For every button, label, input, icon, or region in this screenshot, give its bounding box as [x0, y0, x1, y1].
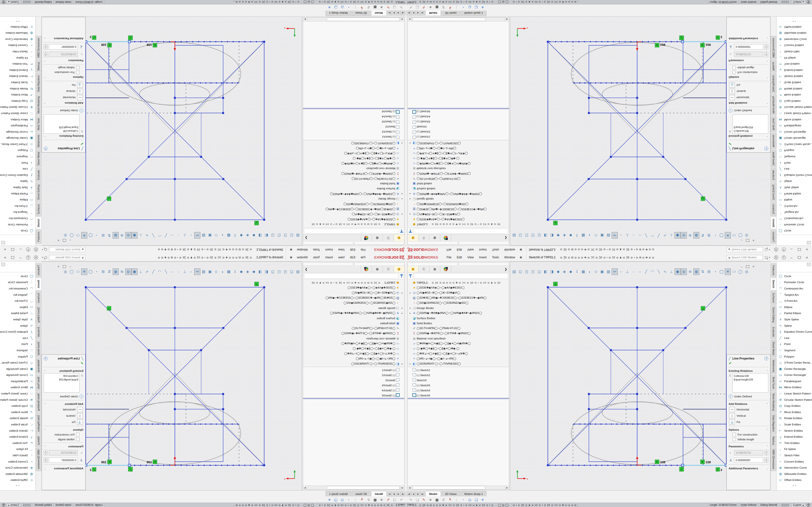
featuremanager-tab[interactable]: ⬢	[408, 235, 418, 241]
palette-tool[interactable]: ▭ Corner Rectangle	[776, 372, 812, 378]
tree-item[interactable]: ▱ ◯✤ИN◉ℓ+◯✳◉∥◯∘◯∥◉✳◯+ℓ◉ИN✤◯	[303, 341, 404, 346]
sketch-list-item[interactable]: (-) Sketch5	[408, 119, 509, 124]
parameter-field[interactable]: 10.88152731	[49, 450, 78, 455]
user-account-button[interactable]	[33, 255, 40, 260]
scroll-thumb[interactable]	[327, 18, 400, 21]
menu-item[interactable]: Edit	[454, 247, 465, 252]
commandmanager-tab[interactable]: Surfaces	[36, 202, 42, 216]
palette-tool[interactable]: ◯ Circle	[776, 273, 812, 279]
commandmanager-tab[interactable]: Sheet Metal	[36, 150, 42, 167]
tree-item[interactable]: ★ ◯2Ƨ3Ε✤◉ΛA◈◯∘◯◈AΛ◉✤Ε3Ƨ2◯	[303, 285, 404, 290]
bottom-toolbar-icon[interactable]: ❏	[333, 5, 339, 10]
tab-nav-button[interactable]: |◀	[406, 11, 411, 15]
tree-item[interactable]: A ◯2ƧИN◉∘✤A✤◉ИNΛ◯∘◯ΛИN◉✤A✤∘◉ИNƧ2◯	[303, 311, 404, 316]
add-relation-button[interactable]: ⚓ Fix	[727, 82, 770, 88]
spinner[interactable]: ▲▼	[44, 52, 48, 57]
display-style-selector[interactable]: Custom ▴	[6, 503, 21, 507]
palette-tool[interactable]: ⊗ Intersection Curve	[776, 36, 812, 43]
palette-tool[interactable]: ↗ Move Entities	[776, 92, 812, 98]
tree-filter-input[interactable]	[413, 274, 508, 278]
palette-tool[interactable]: ◍ Silhouette Entities	[776, 471, 812, 477]
tree-item[interactable]: ⌖ ◯ИN∘⊿∘ℓ◉◯∘◯◉ℓ∘⊿∘ИN◯	[408, 146, 509, 151]
palette-tool[interactable]: ◇ 3 Point Center Recta...	[776, 359, 812, 366]
palette-tool[interactable]: ✂ Trim Entities	[0, 440, 36, 446]
tree-item[interactable]: ◍ Material <not specified>	[303, 336, 404, 341]
tab-strip-expand-arrow[interactable]: ❯	[503, 266, 509, 272]
palette-tool[interactable]: ⊡ Copy Entities	[776, 403, 812, 409]
bottom-toolbar-icon[interactable]: ❏	[414, 497, 420, 502]
commandmanager-tab[interactable]: MBD Dimensions	[36, 448, 42, 471]
tree-item[interactable]: ❏ Design Binder	[303, 305, 404, 311]
tree-item[interactable]: ⌖ ◯ИN∘⊿∘ℓ◉◯∘◯◉ℓ∘⊿∘ИN◯	[408, 356, 509, 361]
relation-tag-slash[interactable]: ╱	[679, 36, 684, 40]
commandmanager-tab[interactable]: Mold Tools	[770, 375, 776, 391]
displaymanager-tab[interactable]	[361, 235, 372, 241]
tab-nav-button[interactable]: |◀	[401, 492, 406, 496]
commandmanager-tab[interactable]: Mesh Modeling	[770, 392, 776, 412]
palette-tool[interactable]: ⌐ Convert Entities	[0, 43, 36, 49]
spinner[interactable]: ▲▼	[764, 450, 768, 455]
commandmanager-tab[interactable]: Features	[770, 264, 776, 277]
sketch-list-item[interactable]: (-) Sketch4	[408, 388, 509, 393]
tree-item[interactable]: ▥ ◯2Ƨ✤3Ε◯ИN◉∘✤Ɔ3ΕⅡΕ2Ƨ◯∘◯Ƨ2ΕⅡΕ3Ɔ✤∘◉ИN◯	[303, 207, 404, 212]
relation-entry[interactable]: Collinear108	[45, 129, 78, 133]
tree-item[interactable]: ▣ Solid Bodies	[303, 321, 404, 326]
section-add-relations[interactable]: Add Relations ⌃	[42, 401, 85, 406]
expander-icon[interactable]	[409, 292, 412, 294]
bottom-toolbar-icon[interactable]: ✳	[326, 497, 332, 502]
relation-entry[interactable]: Collinear108	[734, 129, 767, 133]
palette-tool[interactable]: ƒ Equation Driven Curve	[776, 172, 812, 178]
relation-tag-collinear-top[interactable]: ⊿	[254, 221, 259, 225]
relation-tag-onedge[interactable]: ╱ 3	[716, 467, 722, 472]
spinner[interactable]: ▲▼	[44, 450, 48, 455]
menu-item[interactable]: Insert	[323, 247, 336, 252]
tree-horizontal-scrollbar[interactable]: ◀ ▶	[303, 486, 404, 490]
relation-entry[interactable]: Equal length109	[734, 125, 767, 129]
bottom-toolbar-icon[interactable]: ✎	[385, 5, 391, 10]
collapse-icon[interactable]: ⌃	[44, 370, 46, 372]
relation-entry[interactable]: Equal length109	[734, 378, 767, 382]
tree-item[interactable]: ✐ ◯2Ƨ∙Π✳ℓAΠN◯∘◯ΠNAℓ✳Π∙Ƨ2◯	[303, 176, 404, 181]
panel-help-icon[interactable]: ?	[44, 147, 48, 151]
sketch-rect-right[interactable]	[109, 424, 129, 465]
tree-item[interactable]: ★ ◯2Ƨ3Ε✤◉ΛA◈◯∘◯◈AΛ◉✤Ε3Ƨ2◯	[408, 217, 509, 222]
checkbox[interactable]	[732, 66, 736, 69]
palette-tool[interactable]: ↗ Move Entities	[0, 92, 36, 98]
tree-item[interactable]: ⌖ ◯ИN∘⊿∘ℓ◉◯∘◯◉ℓ∘⊿∘ИN◯	[303, 356, 404, 361]
pin-icon[interactable]: ✱	[520, 248, 522, 251]
tree-item[interactable]: ▥ ◯2Ƨ✤3Ε◯ИN◉∘✤Ɔ3ΕⅡΕ2Ƨ◯∘◯Ƨ2ΕⅡΕ3Ɔ✤∘◉ИN◯	[408, 295, 509, 300]
add-relation-button[interactable]: ⚓ Fix	[42, 82, 85, 88]
tree-root-item[interactable]: ⬢ TЯPDL2. ◎ ƷΕ ◎ Ш ◎ ◎ ◎ ✤ ◎ ƆC ◎ ƷΕ ◎ •…	[408, 222, 509, 227]
scroll-thumb[interactable]	[412, 18, 485, 21]
bottom-toolbar-icon[interactable]: ❏	[392, 5, 398, 10]
tree-item[interactable]: ◧ ◯2Ƨ3ΕИNΛΠ∙◯∘◯∙ΠΛИNΕ3Ƨ2◯	[303, 141, 404, 146]
relations-listbox[interactable]: Collinear108Equal length109	[44, 373, 80, 393]
collapse-icon[interactable]: ⌃	[44, 102, 46, 105]
commandmanager-tab[interactable]: Features	[36, 264, 42, 277]
palette-tool[interactable]: ◇ 3 Point Center Recta...	[776, 141, 812, 148]
section-parameters[interactable]: Parameters ⌃	[42, 444, 85, 449]
tree-item[interactable]: ✐ ◯2Ƨ∙Π✳ℓAΠN◯∘◯ΠNAℓ✳Π∙Ƨ2◯	[408, 176, 509, 181]
bottom-toolbar-icon[interactable]: ❏	[473, 497, 479, 502]
globe-icon[interactable]	[2, 503, 5, 507]
spinner[interactable]: ▲▼	[764, 457, 768, 463]
tree-item[interactable]: ★ ◯2Ƨ3Ε✤◉ΛA◈◯∘◯◈AΛ◉✤Ε3Ƨ2◯	[303, 217, 404, 222]
palette-tool[interactable]: ◯ Circle	[0, 273, 36, 279]
document-tab[interactable]: Model	[371, 11, 387, 16]
palette-tool[interactable]: ⊛ Circular Sketch Pattern	[0, 397, 36, 403]
relation-tag-collinear-top[interactable]: ⊿	[553, 282, 558, 286]
tree-item[interactable]: ▱ ◯✤Ж⊿∘ℓ◯✳◉∥◯∘◯∥◉✳◯ℓ∘⊿Ж✤◯	[408, 351, 509, 356]
menu-item[interactable]: Window	[294, 255, 310, 260]
palette-tool[interactable]: ◇ 3 Point Center Recta...	[0, 359, 36, 366]
palette-tool[interactable]: ▣ Center Rectangle	[0, 135, 36, 142]
commandmanager-tab[interactable]: Surfaces	[770, 291, 776, 305]
tree-filter-input[interactable]	[304, 274, 399, 278]
section-existing-relations[interactable]: Existing Relations ⌃	[42, 134, 85, 139]
tree-item[interactable]: ◧ ◯2Ƨ3ΕИNΛΠ∙◯∘◯∙ΠΛИNΕ3Ƨ2◯	[408, 141, 509, 146]
user-account-button[interactable]	[33, 247, 40, 252]
bottom-toolbar-icon[interactable]: ≡	[427, 497, 433, 502]
tree-item[interactable]: ▱ ◯✤Ж⊿∘ℓ◯✳◉∥◯∘◯∥◉✳◯ℓ∘⊿Ж✤◯	[303, 351, 404, 356]
tab-nav-button[interactable]: ▶	[392, 492, 396, 496]
bottom-toolbar-icon[interactable]: ✳	[480, 497, 486, 502]
help-button[interactable]: ?	[24, 255, 32, 260]
